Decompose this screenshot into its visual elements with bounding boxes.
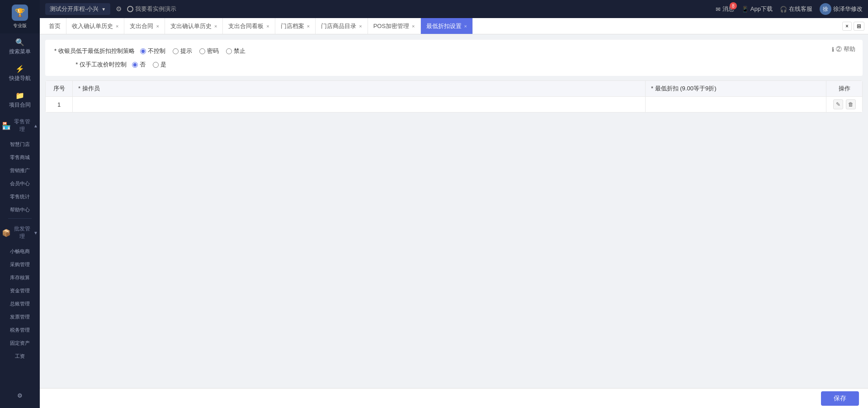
topbar: 测试分开库程-小兴 ▼ ⚙ 我要看实例演示 ✉ 消息 8 📱 App下载 🎧 在…	[40, 0, 868, 18]
sidebar-item-project[interactable]: 📁 项目合同	[0, 87, 40, 113]
edit-row-button[interactable]: ✎	[833, 99, 843, 109]
user-menu-button[interactable]: 徐 徐泽华修改	[820, 3, 863, 15]
tab-confirm-history[interactable]: 支出确认单历史 ×	[165, 18, 223, 34]
close-tab-button[interactable]: ×	[842, 22, 852, 31]
quicknav-icon: ⚡	[15, 65, 24, 73]
sidebar-item-help[interactable]: 帮助中心	[0, 203, 40, 216]
discount-table: 序号 * 操作员 * 最低折扣 (9.00等于9折) 操作	[45, 80, 863, 113]
tab-close-icon[interactable]: ×	[116, 23, 118, 29]
sidebar-item-inventory[interactable]: 库存核算	[0, 271, 40, 284]
download-icon: 📱	[741, 6, 749, 13]
tab-store-products[interactable]: 门店商品目录 ×	[316, 18, 368, 34]
headset-icon: 🎧	[780, 6, 787, 13]
sidebar-item-purchase[interactable]: 采购管理	[0, 258, 40, 271]
tab-close-icon[interactable]: ×	[156, 23, 159, 29]
sidebar-item-label: 总账管理	[10, 300, 30, 307]
messages-button[interactable]: ✉ 消息 8	[716, 5, 734, 13]
radio-yes-label: 是	[160, 61, 166, 69]
topbar-settings-icon[interactable]: ⚙	[116, 5, 122, 13]
col-header-discount: * 最低折扣 (9.00等于9折)	[646, 81, 826, 97]
radio-yes-input[interactable]	[153, 62, 159, 68]
tab-confirm-history-label: 支出确认单历史	[170, 22, 212, 30]
save-button[interactable]: 保存	[821, 391, 859, 406]
tab-contract-board[interactable]: 支出合同看板 ×	[223, 18, 275, 34]
page-content: ℹ ② 帮助 * 收银员低于最低折扣控制策略 不控制 提示	[40, 34, 868, 388]
tab-close-icon[interactable]: ×	[307, 23, 310, 29]
tab-close-icon[interactable]: ×	[359, 23, 362, 29]
radio-no-control[interactable]: 不控制	[140, 47, 165, 55]
logo-text: 专业版	[13, 23, 27, 29]
radio-no-control-label: 不控制	[148, 47, 165, 55]
topbar-demo-button[interactable]: 我要看实例演示	[127, 5, 176, 13]
tab-min-discount[interactable]: 最低折扣设置 ×	[421, 18, 473, 34]
help-icon: ℹ	[832, 46, 834, 53]
col-header-action: 操作	[826, 81, 863, 97]
tab-pos-password[interactable]: POS加密管理 ×	[368, 18, 421, 34]
sidebar-item-retail[interactable]: 🏪 零售管理 ▲	[0, 113, 40, 138]
sidebar-item-label: 帮助中心	[10, 206, 30, 213]
sidebar-item-member[interactable]: 会员中心	[0, 177, 40, 190]
sidebar-divider	[8, 218, 32, 219]
radio-no[interactable]: 否	[132, 61, 146, 69]
project-selector[interactable]: 测试分开库程-小兴 ▼	[45, 3, 110, 15]
radio-yes[interactable]: 是	[153, 61, 166, 69]
radio-no-input[interactable]	[132, 62, 138, 68]
tab-contract-board-label: 支出合同看板	[228, 22, 264, 30]
expand-tab-button[interactable]: ⊞	[854, 22, 864, 31]
sidebar-item-retail-stats[interactable]: 零售统计	[0, 190, 40, 203]
cell-action: ✎ 🗑	[826, 97, 863, 113]
sidebar-item-label: 批发管理	[13, 225, 32, 240]
batch-icon: 📦	[2, 229, 11, 237]
sidebar-item-ecommerce[interactable]: 小畅电商	[0, 245, 40, 258]
tab-contract[interactable]: 支出合同 ×	[124, 18, 165, 34]
radio-password[interactable]: 密码	[199, 47, 219, 55]
tab-close-icon[interactable]: ×	[464, 23, 467, 29]
sidebar-item-label: 工资	[15, 353, 25, 360]
sidebar-item-label: 发票管理	[10, 314, 30, 320]
tab-close-icon[interactable]: ×	[412, 23, 415, 29]
sidebar-item-label: 搜索菜单	[9, 48, 31, 56]
strategy-radio-group: 不控制 提示 密码 禁止	[140, 47, 245, 55]
sidebar-item-batch[interactable]: 📦 批发管理 ▼	[0, 220, 40, 245]
sidebar-item-salary[interactable]: 工资	[0, 350, 40, 363]
sidebar-item-label: 项目合同	[9, 101, 31, 109]
sidebar-item-marketing[interactable]: 营销推广	[0, 164, 40, 177]
messages-badge: 8	[730, 2, 737, 9]
radio-forbid-input[interactable]	[226, 48, 232, 54]
sidebar-item-label: 会员中心	[10, 180, 30, 187]
topbar-right: ✉ 消息 8 📱 App下载 🎧 在线客服 徐 徐泽华修改	[716, 3, 863, 15]
radio-remind-input[interactable]	[173, 48, 179, 54]
radio-password-input[interactable]	[199, 48, 205, 54]
demo-label: 我要看实例演示	[135, 5, 176, 13]
sidebar-item-assets[interactable]: 固定资产	[0, 337, 40, 350]
sidebar-item-retail-mall[interactable]: 零售商城	[0, 151, 40, 164]
online-service-button[interactable]: 🎧 在线客服	[780, 5, 812, 13]
tab-contract-label: 支出合同	[130, 22, 153, 30]
project-chevron-icon: ▼	[101, 7, 106, 12]
form-card: ℹ ② 帮助 * 收银员低于最低折扣控制策略 不控制 提示	[45, 40, 863, 76]
table-header-row: 序号 * 操作员 * 最低折扣 (9.00等于9折) 操作	[46, 81, 863, 97]
radio-forbid[interactable]: 禁止	[226, 47, 245, 55]
delete-row-button[interactable]: 🗑	[846, 99, 856, 109]
sidebar-item-invoice[interactable]: 发票管理	[0, 310, 40, 324]
sidebar-item-ledger[interactable]: 总账管理	[0, 297, 40, 310]
avatar: 徐	[820, 3, 831, 15]
help-button[interactable]: ℹ ② 帮助	[832, 45, 855, 53]
manual-row: * 仅手工改价时控制 否 是	[54, 61, 854, 69]
sidebar-item-search[interactable]: 🔍 搜索菜单	[0, 33, 40, 60]
tab-income-history[interactable]: 收入确认单历史 ×	[66, 18, 124, 34]
sidebar-item-quicknav[interactable]: ⚡ 快捷导航	[0, 60, 40, 87]
sidebar-item-label: 零售商城	[10, 154, 30, 161]
settings-gear-button[interactable]: ⚙	[13, 388, 27, 403]
app-download-button[interactable]: 📱 App下载	[741, 5, 773, 13]
sidebar-item-tax[interactable]: 税务管理	[0, 324, 40, 337]
tab-income-history-label: 收入确认单历史	[72, 22, 113, 30]
tab-home[interactable]: 首页	[43, 18, 66, 34]
radio-no-control-input[interactable]	[140, 48, 146, 54]
tab-close-icon[interactable]: ×	[214, 23, 217, 29]
sidebar-item-finance[interactable]: 资金管理	[0, 284, 40, 297]
radio-remind[interactable]: 提示	[173, 47, 192, 55]
sidebar-item-smart-store[interactable]: 智慧门店	[0, 138, 40, 151]
tab-close-icon[interactable]: ×	[266, 23, 269, 29]
tab-store-archive[interactable]: 门店档案 ×	[275, 18, 316, 34]
